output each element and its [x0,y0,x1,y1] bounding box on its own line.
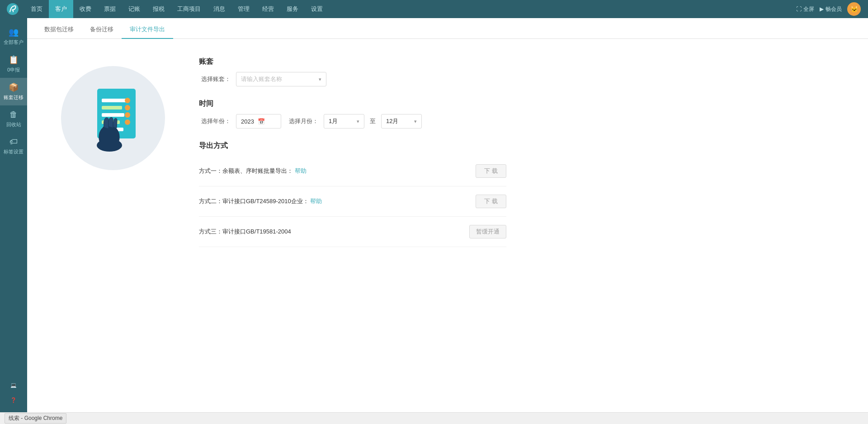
declaration-icon: 📋 [9,55,19,65]
page-content: 账套 选择账套： 请输入账套名称 ▾ 时间 选择年份： [27,39,868,412]
method-1-help-link[interactable]: 帮助 [295,167,307,174]
app-logo[interactable] [5,1,21,17]
nav-industrial[interactable]: 工商项目 [171,0,207,18]
sidebar: 👥 全部客户 📋 0申报 📦 账套迁移 🗑 回收站 🏷 标签设置 💻 ❓ [0,18,27,412]
sidebar-item-all-customers[interactable]: 👥 全部客户 [0,23,27,50]
month-end-value: 12月 [386,117,398,125]
nav-items: 首页 客户 收费 票据 记账 报税 工商项目 消息 管理 经营 服务 设置 [24,0,796,18]
method-1-download-btn[interactable]: 下 载 [476,164,506,178]
member-btn[interactable]: ▶ 畅会员 [820,5,842,13]
sidebar-item-tag-settings[interactable]: 🏷 标签设置 [0,133,27,160]
method-1-desc: 方式一：余额表、序时账批量导出： 帮助 [199,167,467,175]
svg-point-9 [125,112,130,118]
svg-rect-2 [102,99,127,102]
year-value: 2023 [241,118,254,125]
illustration-svg [77,75,149,161]
sidebar-item-zero-declaration[interactable]: 📋 0申报 [0,50,27,78]
help-icon: ❓ [10,397,17,403]
sidebar-bottom: 💻 ❓ [10,379,17,412]
sidebar-item-recycle[interactable]: 🗑 回收站 [0,105,27,133]
fullscreen-icon: ⛶ [796,6,802,12]
customers-icon: 👥 [9,27,19,37]
calendar-icon: 📅 [258,118,265,125]
export-section: 导出方式 方式一：余额表、序时账批量导出： 帮助 下 载 方式二：审计接口GB/… [199,141,506,247]
chevron-down-icon-month-start: ▾ [357,119,359,124]
recycle-icon: 🗑 [9,110,18,119]
top-nav: 首页 客户 收费 票据 记账 报税 工商项目 消息 管理 经营 服务 设置 ⛶ … [0,0,868,18]
nav-manage[interactable]: 管理 [231,0,256,18]
account-label: 选择账套： [199,75,231,83]
tag-icon: 🏷 [9,137,18,147]
method-3-coming-soon-btn: 暂缓开通 [469,225,506,238]
time-section-title: 时间 [199,99,506,109]
nav-service[interactable]: 服务 [280,0,305,18]
year-label: 选择年份： [199,117,231,125]
tab-audit-export[interactable]: 审计文件导出 [122,21,173,39]
account-row: 选择账套： 请输入账套名称 ▾ [199,72,506,86]
method-2-help-link[interactable]: 帮助 [310,198,322,205]
nav-business[interactable]: 经营 [256,0,280,18]
account-select[interactable]: 请输入账套名称 ▾ [236,72,326,86]
browser-status: 线索 - Google Chrome [5,413,66,424]
svg-point-7 [125,98,130,103]
export-method-3: 方式三：审计接口GB/T19581-2004 暂缓开通 [199,217,506,247]
month-start-select[interactable]: 1月 ▾ [324,114,364,129]
account-section: 账套 选择账套： 请输入账套名称 ▾ [199,57,506,86]
month-start-value: 1月 [329,117,338,125]
content-area: 数据包迁移 备份迁移 审计文件导出 [27,18,868,412]
nav-message[interactable]: 消息 [207,0,231,18]
time-section: 时间 选择年份： 2023 📅 选择月份： 1月 ▾ 至 [199,99,506,129]
tab-backup-migration[interactable]: 备份迁移 [82,21,122,39]
migration-icon: 📦 [9,82,19,92]
chevron-down-icon-month-end: ▾ [414,119,417,124]
svg-point-10 [125,119,130,125]
month-start-label: 选择月份： [287,117,318,125]
svg-rect-3 [102,106,122,110]
svg-rect-4 [102,113,124,117]
nav-fees[interactable]: 收费 [73,0,98,18]
fullscreen-btn[interactable]: ⛶ 全屏 [796,5,814,13]
form-area: 账套 选择账套： 请输入账套名称 ▾ 时间 选择年份： [199,57,506,394]
tabs-bar: 数据包迁移 备份迁移 审计文件导出 [27,18,868,39]
main-layout: 👥 全部客户 📋 0申报 📦 账套迁移 🗑 回收站 🏷 标签设置 💻 ❓ [0,18,868,412]
sidebar-monitor-btn[interactable]: 💻 [10,379,17,392]
chevron-down-icon: ▾ [319,76,321,82]
sidebar-help-btn[interactable]: ❓ [10,394,17,407]
nav-customer[interactable]: 客户 [49,0,73,18]
tab-data-migration[interactable]: 数据包迁移 [36,21,82,39]
time-row: 选择年份： 2023 📅 选择月份： 1月 ▾ 至 12月 [199,114,506,129]
status-bar: 线索 - Google Chrome [0,412,868,424]
nav-tax[interactable]: 报税 [146,0,171,18]
svg-point-8 [125,105,130,110]
nav-invoice[interactable]: 票据 [98,0,122,18]
illustration-wrap [54,57,172,394]
export-method-1: 方式一：余额表、序时账批量导出： 帮助 下 载 [199,156,506,186]
user-avatar[interactable]: 🐱 [847,2,861,16]
export-section-title: 导出方式 [199,141,506,151]
monitor-icon: 💻 [10,382,17,388]
method-3-desc: 方式三：审计接口GB/T19581-2004 [199,228,460,236]
nav-home[interactable]: 首页 [24,0,49,18]
sidebar-item-account-migration[interactable]: 📦 账套迁移 [0,78,27,105]
nav-settings[interactable]: 设置 [305,0,329,18]
month-end-select[interactable]: 12月 ▾ [381,114,422,129]
account-section-title: 账套 [199,57,506,67]
to-label: 至 [370,117,376,125]
export-method-2: 方式二：审计接口GB/T24589-2010企业： 帮助 下 载 [199,186,506,217]
method-2-download-btn[interactable]: 下 载 [476,195,506,208]
nav-accounting[interactable]: 记账 [122,0,146,18]
video-icon: ▶ [820,6,824,12]
account-placeholder: 请输入账套名称 [241,75,319,83]
illustration-circle [61,66,165,170]
nav-right: ⛶ 全屏 ▶ 畅会员 🐱 [796,2,868,16]
year-input[interactable]: 2023 📅 [236,114,281,129]
svg-point-0 [7,3,19,15]
method-2-desc: 方式二：审计接口GB/T24589-2010企业： 帮助 [199,197,467,205]
